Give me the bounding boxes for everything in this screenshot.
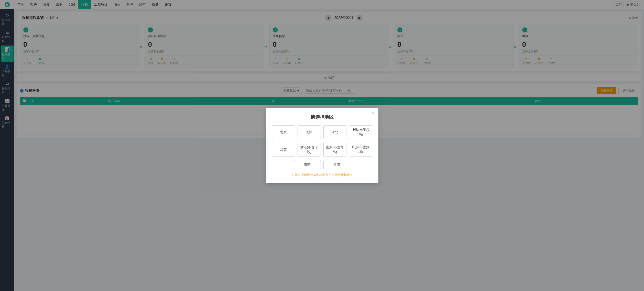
region-yunnan[interactable]: 云南 bbox=[323, 160, 350, 169]
region-zhejiang[interactable]: 浙江(不含宁波) bbox=[298, 143, 321, 156]
region-shanghai[interactable]: 上海(电子税局) bbox=[349, 125, 372, 139]
modal-title: 请选择地区 bbox=[272, 114, 372, 120]
warning-icon: ⚠ bbox=[291, 173, 294, 177]
region-hainan[interactable]: 海南 bbox=[294, 160, 321, 169]
region-row-3: 海南 云南 bbox=[294, 160, 350, 169]
region-hebei[interactable]: 河北 bbox=[323, 125, 347, 139]
modal-warning: ⚠ 除以上地区外其他地区暂不支持报税检查！ bbox=[272, 173, 372, 177]
region-jiangsu[interactable]: 江苏 bbox=[272, 143, 295, 156]
warning-text: 除以上地区外其他地区暂不支持报税检查！ bbox=[295, 173, 353, 177]
region-beijing[interactable]: 北京 bbox=[272, 125, 295, 139]
modal-overlay[interactable]: × 请选择地区 北京 天津 河北 上海(电子税局) 江苏 浙江(不含宁波) 山东… bbox=[0, 0, 644, 291]
region-shandong[interactable]: 山东(不含青岛) bbox=[323, 143, 347, 156]
region-row-2: 江苏 浙江(不含宁波) 山东(不含青岛) 广东(不含深圳) bbox=[272, 143, 372, 156]
region-guangdong[interactable]: 广东(不含深圳) bbox=[349, 143, 372, 156]
region-row-1: 北京 天津 河北 上海(电子税局) bbox=[272, 125, 372, 139]
region-modal: × 请选择地区 北京 天津 河北 上海(电子税局) 江苏 浙江(不含宁波) 山东… bbox=[266, 108, 378, 183]
modal-close-button[interactable]: × bbox=[372, 111, 375, 116]
region-tianjin[interactable]: 天津 bbox=[298, 125, 321, 139]
